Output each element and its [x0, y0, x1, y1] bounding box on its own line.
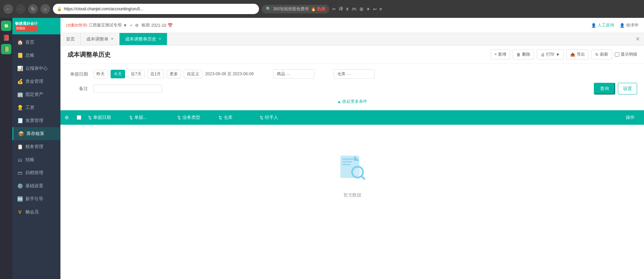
sidebar-item-inventory[interactable]: 📦 库存核算 [12, 127, 60, 140]
icon-bar-item-1[interactable]: 📕 [1, 32, 11, 43]
sidebar-item-salary[interactable]: 👷 工资 [12, 101, 60, 114]
th-warehouse[interactable]: ⇅ 仓库 [216, 114, 257, 121]
sidebar-item-closing[interactable]: 🗂 结账 [12, 153, 60, 166]
th-settings[interactable]: ⚙ [60, 115, 73, 120]
sidebar-item-guide[interactable]: 🆕 新手引导 [12, 192, 60, 205]
browser-search-bar[interactable]: 🔍 360智能抠图免费用 🔥 热搜 [262, 5, 329, 13]
tab-bar: 首页 成本调整单 ✕ 成本调整单历史 ✕ ✕ [60, 33, 644, 45]
url-text: https://cloud.chanjet.com/accounting/uru… [64, 7, 143, 11]
sidebar-item-member[interactable]: V 畅会员 [12, 205, 60, 219]
tab-cost-adjust-history[interactable]: 成本调整单历史 ✕ [120, 33, 167, 45]
export-button[interactable]: 📤 导出 [566, 49, 589, 59]
setting-button[interactable]: 设置 [618, 83, 637, 94]
th-action: 操作 [617, 114, 644, 121]
query-button[interactable]: 查询 [594, 83, 615, 94]
svg-rect-1 [342, 158, 354, 160]
panel-close-btn[interactable]: ✕ [631, 36, 644, 42]
date-btn-yesterday[interactable]: 昨天 [93, 70, 108, 78]
th-operator[interactable]: ⇅ 经手人 [257, 114, 298, 121]
print-icon: 🖨 [541, 52, 545, 57]
note-input[interactable] [93, 85, 162, 93]
th-type-label: 业务类型 [182, 114, 200, 121]
th-no-label: 单据... [134, 114, 147, 121]
tab-cost-adjust[interactable]: 成本调整单 ✕ [81, 33, 120, 45]
print-button[interactable]: 🖨 打印 ▼ [537, 49, 564, 59]
wallet-icon[interactable]: ¥ [346, 7, 348, 12]
back-button[interactable]: ← [3, 4, 13, 14]
th-no[interactable]: ⇅ 单据... [126, 114, 174, 121]
delete-button[interactable]: 🗑 删除 [513, 49, 534, 59]
sidebar-item-reports[interactable]: 📊 云报表中心 [12, 62, 60, 75]
scissors-icon[interactable]: ✂ [332, 7, 336, 12]
date-btn-today[interactable]: 今天 [111, 70, 125, 78]
sidebar-item-settings[interactable]: ⚙️ 基础设置 [12, 179, 60, 192]
game-icon[interactable]: 🎮 [351, 7, 357, 12]
display-cols-checkbox[interactable] [615, 52, 619, 57]
page-title: 成本调整单历史 [67, 51, 111, 59]
forward-button[interactable]: → [16, 4, 25, 14]
date-btn-more[interactable]: 更多 [167, 70, 181, 78]
user-info[interactable]: 👤 徐泽华 [620, 22, 639, 28]
sidebar-item-invoice[interactable]: 🧾 发票管理 [12, 114, 60, 127]
company-dropdown-icon: ▼ [123, 23, 127, 28]
warehouse-dots: ··· [347, 71, 351, 77]
tab-cost-adjust-close[interactable]: ✕ [111, 37, 114, 41]
tax-icon: 📋 [17, 144, 23, 149]
period-label: 账期 [142, 22, 150, 28]
filter-row-note: 备注 查询 设置 [67, 83, 637, 94]
home-button[interactable]: ⌂ [41, 4, 50, 14]
sidebar-item-home[interactable]: 🏠 首页 [12, 36, 60, 49]
icon-bar-item-2[interactable]: 📗 [1, 44, 11, 54]
tab-home[interactable]: 首页 [60, 33, 81, 45]
empty-text: 暂无数据 [343, 192, 361, 198]
sidebar: 畅捷通好会计 旗舰版 🏠 首页 📒 总账 📊 云报表中心 💰 资金管理 [12, 18, 60, 279]
settings-btn[interactable]: ⚙ [135, 23, 139, 28]
date-btn-7days[interactable]: 近7天 [128, 70, 145, 78]
hot-search-label: 🔥 热搜 [311, 6, 325, 12]
icon-bar-app[interactable]: 畅 [1, 21, 11, 31]
service-button[interactable]: 👤 人工咨询 [591, 22, 614, 28]
date-filter: 昨天 今天 近7天 近1月 更多 自定义 2023-06-06 至 2023-0… [93, 70, 254, 78]
period-value: 2021-10 [151, 23, 166, 28]
date-range-text: 2023-06-06 至 2023-06-06 [205, 71, 253, 77]
collapse-filter-btn[interactable]: ▲ 收起更多条件 [67, 99, 637, 104]
menu-icon[interactable]: ≡ [380, 7, 382, 12]
theme-icon[interactable]: ☀ [366, 7, 370, 12]
tab-cost-adjust-history-close[interactable]: ✕ [158, 37, 161, 41]
date-btn-1month[interactable]: 近1月 [147, 70, 164, 78]
guide-icon: 🆕 [17, 196, 23, 202]
sidebar-logo: 畅捷通好会计 旗舰版 [12, 18, 60, 34]
sidebar-item-ledger[interactable]: 📒 总账 [12, 49, 60, 62]
sidebar-item-tax[interactable]: 📋 税务管理 [12, 140, 60, 153]
th-date[interactable]: ⇅ 单据日期 [85, 114, 126, 121]
funds-icon: 💰 [17, 79, 23, 84]
select-all-checkbox[interactable] [77, 115, 81, 120]
salary-icon: 👷 [17, 105, 23, 110]
company-selector[interactable]: (勿删勿禁用) 江西服宝测试专用 ▼ [66, 22, 127, 28]
calendar-icon[interactable]: 📅 [168, 23, 173, 28]
grid-icon[interactable]: ⊞ [360, 7, 363, 12]
add-company-btn[interactable]: + [130, 23, 132, 28]
th-checkbox[interactable] [73, 115, 85, 120]
note-filter-label: 备注 [67, 86, 88, 92]
display-cols-toggle[interactable]: 显示明细 [615, 52, 637, 57]
svg-point-6 [354, 168, 361, 176]
svg-rect-3 [342, 164, 351, 165]
service-icon: 👤 [591, 23, 596, 28]
warehouse-filter[interactable]: 仓库 ··· [334, 69, 375, 79]
product-filter[interactable]: 商品 ··· [273, 69, 314, 79]
address-bar[interactable]: 🔒 https://cloud.chanjet.com/accounting/u… [53, 4, 259, 14]
undo-icon[interactable]: ↩ [373, 7, 377, 12]
translate-icon[interactable]: 译 [339, 6, 343, 12]
sidebar-item-archive[interactable]: 🗃 归档管理 [12, 166, 60, 179]
closing-icon: 🗂 [17, 157, 23, 163]
add-button[interactable]: + 新增 [491, 49, 510, 59]
sidebar-item-fixed-assets[interactable]: 🏢 固定资产 [12, 88, 60, 101]
ssl-lock-icon: 🔒 [57, 7, 62, 11]
refresh-button[interactable]: ↻ 刷新 [591, 49, 612, 59]
th-type[interactable]: ⇅ 业务类型 [174, 114, 216, 121]
sidebar-item-funds[interactable]: 💰 资金管理 [12, 75, 60, 88]
sidebar-label-funds: 资金管理 [25, 78, 43, 85]
date-btn-custom[interactable]: 自定义 [184, 70, 202, 78]
refresh-button[interactable]: ↻ [28, 4, 38, 14]
